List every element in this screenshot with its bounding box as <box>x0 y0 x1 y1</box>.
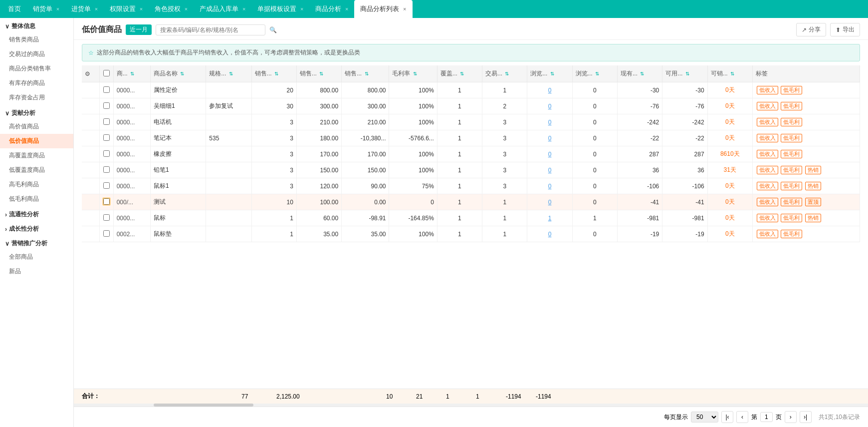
sidebar-item-traded-goods[interactable]: 交易过的商品 <box>0 47 73 61</box>
sidebar-item-stock-goods[interactable]: 有库存的商品 <box>0 76 73 90</box>
close-product-inbound[interactable]: × <box>242 6 245 12</box>
row-spec: 535 <box>206 130 251 146</box>
row-settings <box>82 98 99 114</box>
row-sales-amount: 35.00 <box>342 226 389 242</box>
row-sales-price: 210.00 <box>296 114 341 130</box>
row-checkbox[interactable] <box>103 230 110 237</box>
close-purchase-order[interactable]: × <box>95 6 98 12</box>
views-link[interactable]: 0 <box>548 231 552 238</box>
row-code: 0000... <box>113 98 150 114</box>
sidebar-item-sales-goods[interactable]: 销售类商品 <box>0 32 73 47</box>
views-link[interactable]: 0 <box>548 167 552 174</box>
next-page-button[interactable]: › <box>785 411 797 423</box>
views-link[interactable]: 0 <box>548 87 552 94</box>
last-page-button[interactable]: ›| <box>800 411 812 423</box>
col-current-stock[interactable]: 现有... ⇅ <box>618 65 662 82</box>
row-checkbox[interactable] <box>103 150 110 157</box>
col-settings[interactable]: ⚙ <box>82 65 99 82</box>
row-checkbox[interactable] <box>103 182 110 189</box>
col-saleable[interactable]: 可销... ⇅ <box>707 65 752 82</box>
sidebar-item-category-rate[interactable]: 商品分类销售率 <box>0 61 73 76</box>
views-link[interactable]: 0 <box>548 119 552 126</box>
sidebar-section-contribution[interactable]: ∨ 贡献分析 <box>0 105 73 119</box>
row-coverage: 1 <box>437 226 482 242</box>
search-input[interactable] <box>156 24 265 35</box>
col-views1[interactable]: 浏览... ⇅ <box>527 65 572 82</box>
col-sales-price[interactable]: 销售... ⇅ <box>296 65 341 82</box>
row-current-stock: -76 <box>618 98 662 114</box>
footer-current-stock: -1194 <box>506 393 536 400</box>
export-button[interactable]: ⬆ 导出 <box>830 23 860 36</box>
prev-page-button[interactable]: ‹ <box>736 411 748 423</box>
close-permissions[interactable]: × <box>140 6 143 12</box>
share-button[interactable]: ↗ 分享 <box>796 23 826 36</box>
sidebar-item-low-profit[interactable]: 低毛利商品 <box>0 192 73 206</box>
col-sales-amount[interactable]: 销售... ⇅ <box>342 65 389 82</box>
nav-product-analysis[interactable]: 商品分析 × <box>309 0 354 18</box>
page-size-select[interactable]: 50 100 200 <box>691 412 718 423</box>
select-all-checkbox[interactable] <box>103 70 110 76</box>
nav-product-inbound[interactable]: 产成品入库单 × <box>194 0 251 18</box>
sidebar-section-overall[interactable]: ∨ 整体信息 <box>0 18 73 32</box>
col-transactions[interactable]: 交易... ⇅ <box>482 65 527 82</box>
sidebar-item-stock-capital[interactable]: 库存资金占用 <box>0 90 73 105</box>
current-page: 1 <box>760 412 773 422</box>
sidebar-item-new-goods[interactable]: 新品 <box>0 264 73 279</box>
first-page-button[interactable]: |‹ <box>721 411 733 423</box>
nav-template-settings[interactable]: 单据模板设置 × <box>251 0 309 18</box>
close-template-settings[interactable]: × <box>300 6 303 12</box>
page-size-label: 每页显示 <box>664 413 688 422</box>
col-coverage[interactable]: 覆盖... ⇅ <box>437 65 482 82</box>
views-link[interactable]: 0 <box>548 151 552 158</box>
views-link[interactable]: 1 <box>548 215 552 222</box>
row-checkbox[interactable] <box>103 198 110 205</box>
nav-product-analysis-list[interactable]: 商品分析列表 × <box>354 0 412 18</box>
row-checkbox[interactable] <box>103 86 110 93</box>
close-role-auth[interactable]: × <box>185 6 188 12</box>
sidebar-section-growth[interactable]: › 成长性分析 <box>0 221 73 235</box>
row-saleable: 0天 <box>707 130 752 146</box>
nav-permissions[interactable]: 权限设置 × <box>104 0 149 18</box>
sidebar-item-low-coverage[interactable]: 低覆盖度商品 <box>0 163 73 177</box>
sidebar-item-high-value[interactable]: 高价值商品 <box>0 119 73 134</box>
views-link[interactable]: 0 <box>548 103 552 110</box>
close-product-analysis[interactable]: × <box>345 6 348 12</box>
sidebar-item-high-profit[interactable]: 高毛利商品 <box>0 177 73 192</box>
row-checkbox[interactable] <box>103 166 110 173</box>
col-gross-margin[interactable]: 毛利率 ⇅ <box>389 65 437 82</box>
footer-sales-qty: 77 <box>241 393 271 400</box>
row-checkbox-cell <box>99 194 113 210</box>
search-icon[interactable]: 🔍 <box>269 26 277 33</box>
col-code[interactable]: 商... ⇅ <box>113 65 150 82</box>
sidebar: ∨ 整体信息 销售类商品 交易过的商品 商品分类销售率 有库存的商品 库存资金占… <box>0 18 74 427</box>
nav-purchase-order[interactable]: 进货单 × <box>65 0 104 18</box>
sidebar-item-all-goods[interactable]: 全部商品 <box>0 250 73 264</box>
row-checkbox[interactable] <box>103 134 110 141</box>
col-sales-qty[interactable]: 销售... ⇅ <box>251 65 296 82</box>
sidebar-item-low-value[interactable]: 低价值商品 <box>0 134 73 148</box>
settings-gear-icon[interactable]: ⚙ <box>85 70 90 77</box>
tag-badge: 低毛利 <box>781 102 802 110</box>
views-link[interactable]: 0 <box>548 135 552 142</box>
sidebar-section-liquidity[interactable]: › 流通性分析 <box>0 206 73 221</box>
col-available[interactable]: 可用... ⇅ <box>662 65 707 82</box>
views-link[interactable]: 0 <box>548 199 552 206</box>
tag-badge: 低收入 <box>757 134 778 142</box>
row-checkbox[interactable] <box>103 102 110 109</box>
close-sales-order[interactable]: × <box>56 6 59 12</box>
nav-home[interactable]: 首页 <box>2 0 27 18</box>
table-row: 0000... 属性定价 20 800.00 800.00 100% 1 1 0… <box>82 82 860 98</box>
row-checkbox[interactable] <box>103 214 110 221</box>
nav-role-auth[interactable]: 角色授权 × <box>149 0 194 18</box>
nav-sales-order[interactable]: 销货单 × <box>27 0 65 18</box>
col-name[interactable]: 商品名称 ⇅ <box>151 65 206 82</box>
col-spec[interactable]: 规格... ⇅ <box>206 65 251 82</box>
col-views2[interactable]: 浏览... ⇅ <box>572 65 617 82</box>
sidebar-item-high-coverage[interactable]: 高覆盖度商品 <box>0 148 73 163</box>
close-product-analysis-list[interactable]: × <box>403 6 406 12</box>
row-gross-margin: 100% <box>389 114 437 130</box>
views-link[interactable]: 0 <box>548 183 552 190</box>
date-tag-button[interactable]: 近一月 <box>126 24 152 35</box>
sidebar-section-marketing[interactable]: ∨ 营销推广分析 <box>0 235 73 250</box>
row-checkbox[interactable] <box>103 118 110 125</box>
